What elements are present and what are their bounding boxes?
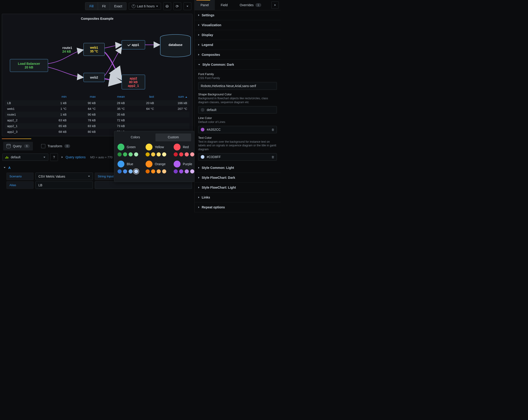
node-load-balancer[interactable]: Load Balancer 20 kB xyxy=(10,59,48,72)
section-composites[interactable]: Composites xyxy=(194,50,281,60)
section-style-flowchart-dark[interactable]: Style FlowChart: Dark xyxy=(194,173,281,183)
datasource-select[interactable]: default xyxy=(2,153,48,161)
exact-button[interactable]: Exact xyxy=(110,2,126,10)
chevron-down-icon xyxy=(198,64,200,65)
zoom-out-button[interactable] xyxy=(163,2,171,10)
max-datapoints-label: MD = auto = 770 xyxy=(90,156,112,159)
color-shade[interactable] xyxy=(162,152,166,157)
section-legend[interactable]: Legend xyxy=(194,40,281,50)
table-row[interactable]: app2_165 kB83 kB73 kB xyxy=(5,123,190,129)
color-group-blue: Blue xyxy=(118,161,138,173)
node-app1[interactable]: app1 xyxy=(122,40,145,49)
section-style-common-dark[interactable]: Style Common: Dark xyxy=(194,60,281,70)
column-max[interactable]: max xyxy=(69,93,98,100)
color-main-orange[interactable] xyxy=(145,161,153,168)
chevron-down-icon[interactable] xyxy=(4,167,6,168)
section-style-flowchart-light[interactable]: Style FlowChart: Light xyxy=(194,183,281,193)
color-shade[interactable] xyxy=(145,169,150,173)
section-style-common-light[interactable]: Style Common: Light xyxy=(194,163,281,173)
table-row[interactable]: route11 kB90 kB35 kB xyxy=(5,112,190,117)
chevron-right-icon xyxy=(62,156,63,158)
color-shade[interactable] xyxy=(174,152,178,157)
scenario-select[interactable]: CSV Metric Values xyxy=(36,172,93,180)
shape-bg-input[interactable]: default xyxy=(198,106,277,114)
refresh-button[interactable] xyxy=(173,2,181,10)
clear-color-button[interactable] xyxy=(271,128,274,131)
color-main-yellow[interactable] xyxy=(145,144,153,150)
datasource-help-button[interactable]: ? xyxy=(50,153,58,161)
time-range-picker[interactable]: Last 6 hours xyxy=(129,3,161,10)
section-links[interactable]: Links xyxy=(194,193,281,203)
color-shade[interactable] xyxy=(179,169,183,173)
tab-overrides[interactable]: Overrides1 xyxy=(234,0,267,10)
color-swatch xyxy=(201,108,204,112)
color-shade[interactable] xyxy=(123,169,127,173)
node-web1[interactable]: web1 35 °C xyxy=(84,43,105,56)
tab-panel[interactable]: Panel xyxy=(194,0,215,10)
color-main-blue[interactable] xyxy=(118,161,124,168)
clear-color-button[interactable] xyxy=(271,155,274,159)
diagram-canvas: route1 24 kB Load Balancer 20 kB web1 35… xyxy=(5,22,190,93)
color-shade[interactable] xyxy=(190,169,194,173)
table-row[interactable]: app2_263 kB78 kB72 kB xyxy=(5,117,190,123)
color-shade[interactable] xyxy=(156,169,161,173)
collapse-pane-button[interactable] xyxy=(271,1,279,9)
section-body-style-common-dark: Font Family CSS Font Family Shape Backgr… xyxy=(194,72,281,163)
line-color-input[interactable]: #A352CC xyxy=(198,126,277,133)
color-shade[interactable] xyxy=(134,152,138,157)
table-row[interactable]: web11 °C64 °C35 °C64 °C207 °C xyxy=(5,106,190,112)
tab-field[interactable]: Field xyxy=(215,0,234,10)
color-group-green: Green xyxy=(118,144,138,157)
color-shade[interactable] xyxy=(145,152,150,157)
column-sum[interactable]: sum xyxy=(156,93,190,100)
color-main-red[interactable] xyxy=(174,144,180,150)
refresh-interval-button[interactable] xyxy=(183,2,191,10)
text-color-input[interactable]: #C0D8FF xyxy=(198,153,277,161)
column-mean[interactable]: mean xyxy=(98,93,127,100)
node-app2[interactable]: app2 80 kB app2_1 xyxy=(122,75,145,89)
color-tab-custom[interactable]: Custom xyxy=(156,134,191,141)
refresh-icon xyxy=(176,4,179,9)
table-row[interactable]: LB1 kB90 kB28 kB20 kB166 kB xyxy=(5,100,190,106)
color-shade[interactable] xyxy=(123,152,127,157)
font-family-label: Font Family xyxy=(198,72,277,76)
tab-transform[interactable]: Transform 0 xyxy=(38,142,73,150)
color-shade[interactable] xyxy=(151,152,155,157)
query-options-toggle[interactable]: Query options xyxy=(66,155,85,159)
font-family-input[interactable] xyxy=(198,82,277,90)
color-shade[interactable] xyxy=(162,169,166,173)
section-visualization[interactable]: Visualization xyxy=(194,20,281,30)
sort-caret-icon xyxy=(185,96,187,98)
color-shade[interactable] xyxy=(185,152,189,157)
section-repeat-options[interactable]: Repeat options xyxy=(194,203,281,212)
color-shade[interactable] xyxy=(118,152,122,157)
chevron-right-icon xyxy=(198,14,199,16)
chevron-right-icon xyxy=(198,206,199,208)
fit-button[interactable]: Fit xyxy=(98,2,110,10)
alias-field[interactable]: LB xyxy=(36,181,93,189)
color-shade[interactable] xyxy=(174,169,178,173)
node-database[interactable]: database xyxy=(160,34,191,57)
column-min[interactable]: min xyxy=(40,93,69,100)
color-group-yellow: Yellow xyxy=(145,144,166,157)
color-tab-colors[interactable]: Colors xyxy=(118,134,153,141)
color-swatch xyxy=(201,128,204,131)
tab-query[interactable]: Query 6 xyxy=(3,142,33,150)
color-shade[interactable] xyxy=(156,152,161,157)
color-main-purple[interactable] xyxy=(174,161,180,168)
color-shade[interactable] xyxy=(129,169,133,173)
color-shade[interactable] xyxy=(134,169,138,173)
node-web2[interactable]: web2 xyxy=(84,73,105,82)
section-display[interactable]: Display xyxy=(194,30,281,40)
alias-placeholder[interactable] xyxy=(95,181,192,189)
color-shade[interactable] xyxy=(179,152,183,157)
color-shade[interactable] xyxy=(185,169,189,173)
color-shade[interactable] xyxy=(118,169,122,173)
color-shade[interactable] xyxy=(190,152,194,157)
color-shade[interactable] xyxy=(129,152,133,157)
section-settings[interactable]: Settings xyxy=(194,10,281,20)
color-main-green[interactable] xyxy=(118,144,124,150)
color-shade[interactable] xyxy=(151,169,155,173)
column-last[interactable]: last xyxy=(127,93,156,100)
fill-button[interactable]: Fill xyxy=(85,2,98,10)
